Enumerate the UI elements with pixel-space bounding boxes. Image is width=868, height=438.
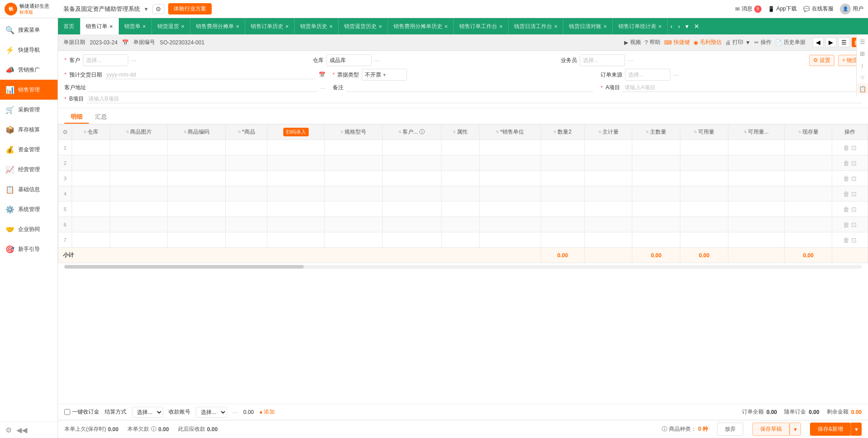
row-custcode-4[interactable] [382,186,441,202]
delete-icon-6[interactable]: 🗑 [843,221,849,228]
col-available2[interactable]: ⇅ 可用量... [728,125,784,140]
right-float-btn-3[interactable]: ↕ [857,60,868,71]
sidebar-item-search[interactable]: 🔍 搜索菜单 [0,20,58,40]
row-mainqty-3[interactable] [632,171,680,186]
col-spec[interactable]: ⇅ 规格型号 [325,125,383,140]
row-stock-6[interactable] [784,217,832,232]
row-product-6[interactable] [226,217,267,232]
app-download[interactable]: 📱 App下载 [768,5,797,13]
row-available-4[interactable] [680,186,728,202]
one-click-label[interactable]: 一键收订金 [64,408,99,416]
tab-close-icon[interactable]: ✕ [603,24,607,29]
b-project-input[interactable] [87,95,862,103]
sidebar-expand-btn[interactable]: ⚙ [5,426,12,434]
save-new-btn[interactable]: 保存&新增 [810,423,851,436]
row-code-3[interactable] [168,171,226,186]
tab-cost-history[interactable]: 销售费用分摊单历史 ✕ [388,18,454,34]
col-warehouse[interactable]: ⇅ 仓库 [72,125,110,140]
ticket-type-select[interactable]: 不开票 ▼ [362,69,407,81]
prev-record-btn[interactable]: ◀ [813,38,824,47]
col-available[interactable]: ⇅ 可用量 [680,125,728,140]
tab-sales-return[interactable]: 销货退货 ✕ [152,18,190,34]
row-property-4[interactable] [441,186,479,202]
row-property-2[interactable] [441,155,479,171]
copy-icon-7[interactable]: ⊡ [851,236,857,244]
row-image-6[interactable] [110,217,168,232]
row-custcode-2[interactable] [382,155,441,171]
profit-btn[interactable]: ◉ 毛利预估 [693,39,722,46]
row-code-6[interactable] [168,217,226,232]
row-mainunit-3[interactable] [584,171,632,186]
salesman-input[interactable]: 选择... [580,54,625,66]
next-record-btn[interactable]: ▶ [825,38,836,47]
delete-icon-2[interactable]: 🗑 [843,159,849,167]
col-product[interactable]: ⇅ *商品 [226,125,267,140]
tab-close-icon[interactable]: ✕ [499,24,503,29]
row-available-6[interactable] [680,217,728,232]
row-qty2-2[interactable] [541,155,584,171]
save-draft-dropdown-btn[interactable]: ▼ [790,423,801,436]
row-mainqty-1[interactable] [632,140,680,155]
row-custcode-5[interactable] [382,202,441,217]
col-product-code[interactable]: ⇅ 商品编码 [168,125,226,140]
row-custcode-1[interactable] [382,140,441,155]
tab-more-btn[interactable]: ▾ [683,23,691,30]
sidebar-item-business[interactable]: 📈 经营管理 [0,159,58,179]
row-spec-5[interactable] [325,202,383,217]
tab-order-stats[interactable]: 销售订单统计表 ✕ [613,18,668,34]
row-property-7[interactable] [441,232,479,248]
tab-close-icon[interactable]: ✕ [109,24,113,29]
col-settings[interactable]: ⚙ [58,125,72,140]
row-qty2-5[interactable] [541,202,584,217]
sidebar-item-guide[interactable]: 🎯 新手引导 [0,239,58,259]
row-product-3[interactable] [226,171,267,186]
tab-order-workbench[interactable]: 销售订单工作台 ✕ [454,18,509,34]
row-unit-2[interactable] [479,155,541,171]
row-spec-2[interactable] [325,155,383,171]
row-mainqty-6[interactable] [632,217,680,232]
sidebar-item-purchase[interactable]: 🛒 采购管理 [0,100,58,120]
row-warehouse-6[interactable] [72,217,110,232]
row-product-7[interactable] [226,232,267,248]
col-product-image[interactable]: ⇅ 商品图片 [110,125,168,140]
row-mainqty-5[interactable] [632,202,680,217]
tab-close-icon[interactable]: ✕ [236,24,239,29]
tab-close-icon[interactable]: ✕ [444,24,448,29]
tab-close-icon[interactable]: ✕ [378,24,382,29]
copy-icon-4[interactable]: ⊡ [851,190,857,197]
row-stock-1[interactable] [784,140,832,155]
row-spec-1[interactable] [325,140,383,155]
row-product-4[interactable] [226,186,267,202]
sidebar-item-enterprise[interactable]: 🤝 企业协同 [0,219,58,239]
row-custcode-6[interactable] [382,217,441,232]
row-qty2-4[interactable] [541,186,584,202]
row-image-2[interactable] [110,155,168,171]
sidebar-item-inventory[interactable]: 📦 库存核算 [0,120,58,140]
discard-btn[interactable]: 放弃 [717,423,743,436]
row-image-1[interactable] [110,140,168,155]
row-scan-1[interactable] [267,140,325,155]
add-payment-btn[interactable]: ● 添加 [259,408,275,416]
col-sales-unit[interactable]: ⇅ *销售单位 [479,125,541,140]
copy-icon-2[interactable]: ⊡ [851,159,857,167]
tab-close-icon[interactable]: ✕ [181,24,184,29]
row-qty2-1[interactable] [541,140,584,155]
message-area[interactable]: ✉ 消息 9 [735,5,761,13]
tab-prev-btn[interactable]: ‹ [668,23,675,30]
row-mainqty-4[interactable] [632,186,680,202]
system-dropdown-arrow[interactable]: ▼ [144,6,149,12]
copy-icon-5[interactable]: ⊡ [851,206,857,213]
address-more-btn[interactable]: ··· [320,84,325,91]
sidebar-item-marketing[interactable]: 📣 营销推广 [0,60,58,80]
row-warehouse-2[interactable] [72,155,110,171]
right-float-btn-1[interactable]: ☰ [857,36,868,47]
scan-btn[interactable]: 扫码录入 [283,128,309,136]
row-available-2[interactable] [680,155,728,171]
right-float-btn-4[interactable]: ☆ [857,72,868,82]
payment-method-select[interactable]: 选择... [132,407,163,418]
row-stock-4[interactable] [784,186,832,202]
row-product-2[interactable] [226,155,267,171]
sidebar-item-quick-nav[interactable]: ⚡ 快捷导航 [0,40,58,60]
scrollbar-thumb[interactable] [64,265,304,269]
tab-close-icon[interactable]: ✕ [285,24,289,29]
